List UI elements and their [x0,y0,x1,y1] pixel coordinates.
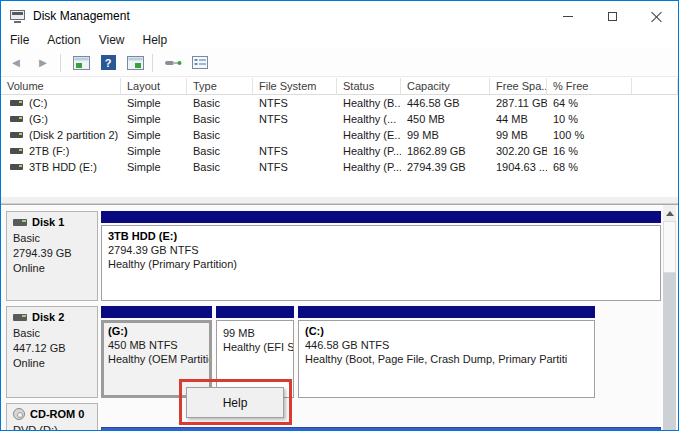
volume-table-header: Volume Layout Type File System Status Ca… [1,78,678,95]
minimize-icon [563,16,573,17]
volume-drive-icon [10,116,23,122]
toolbar-separator [152,54,153,72]
toolbar: ◄ ► ? [1,49,678,77]
volume-drive-icon [10,164,23,170]
disk-icon [13,219,27,226]
partition-color-band [101,211,661,223]
context-menu: Help [186,387,284,418]
column-header-file-system[interactable]: File System [253,78,337,94]
properties-icon [192,56,208,69]
disk-management-window: Disk Management File Action View Help ◄ … [0,0,679,431]
partition-g[interactable]: (G:) 450 MB NTFS Healthy (OEM Partition [101,306,212,398]
column-header-empty [632,78,678,94]
help-icon: ? [101,55,116,70]
graphical-view-pane: Disk 1 Basic 2794.39 GB Online 3TB HDD (… [1,205,678,431]
disk-icon [13,314,27,321]
cdrom0-header[interactable]: CD-ROM 0 DVD (D:) [6,403,98,431]
volume-list-pane: Volume Layout Type File System Status Ca… [1,78,678,196]
tools-button[interactable] [161,52,185,74]
disk2-header[interactable]: Disk 2 Basic 447.12 GB Online [6,306,98,398]
volume-row-g[interactable]: (G:) Simple Basic NTFS Healthy (... 450 … [1,111,678,127]
disk-management-app-icon [10,10,26,23]
pane-splitter[interactable] [1,196,678,205]
partition-color-band [298,306,595,318]
action-pane-icon [127,56,144,70]
menu-view[interactable]: View [90,33,134,47]
scrollbar-up-button[interactable] [663,205,676,221]
partition-efi[interactable]: 99 MB Healthy (EFI Syst [216,306,294,398]
cd-icon [13,408,25,420]
volume-drive-icon [10,132,23,138]
console-tree-button[interactable] [69,52,93,74]
volume-drive-icon [10,148,23,154]
disk2-type: Basic [13,327,91,339]
maximize-button[interactable] [590,1,634,31]
forward-arrow-icon: ► [37,56,50,69]
context-menu-item-help[interactable]: Help [223,396,248,410]
back-arrow-icon: ◄ [10,56,23,69]
title-bar: Disk Management [1,1,678,31]
window-title: Disk Management [33,9,130,23]
vertical-scrollbar[interactable] [663,205,676,431]
menu-bar: File Action View Help [1,31,678,49]
column-header-percent-free[interactable]: % Free [547,78,632,94]
column-header-type[interactable]: Type [187,78,253,94]
forward-button[interactable]: ► [31,52,55,74]
screwdriver-icon [164,57,182,69]
column-header-capacity[interactable]: Capacity [401,78,490,94]
dvd-media-bar[interactable] [101,427,661,431]
column-header-layout[interactable]: Layout [121,78,187,94]
volume-row-disk2-partition2[interactable]: (Disk 2 partition 2) Simple Basic Health… [1,127,678,143]
disk1-size: 2794.39 GB [13,247,91,259]
menu-action[interactable]: Action [38,33,89,47]
disk1-status: Online [13,262,91,274]
minimize-button[interactable] [546,1,590,31]
properties-button[interactable] [188,52,212,74]
toolbar-separator [60,54,61,72]
console-tree-icon [73,56,90,70]
help-button[interactable]: ? [96,52,120,74]
disk2-status: Online [13,357,91,369]
partition-3tb-hdd-e[interactable]: 3TB HDD (E:) 2794.39 GB NTFS Healthy (Pr… [101,211,661,301]
disk2-size: 447.12 GB [13,342,91,354]
window-controls [546,1,678,31]
scrollbar-thumb[interactable] [663,221,676,273]
volume-row-2tb-f[interactable]: 2TB (F:) Simple Basic NTFS Healthy (P...… [1,143,678,159]
maximize-icon [608,12,617,21]
disk1-header[interactable]: Disk 1 Basic 2794.39 GB Online [6,211,98,301]
column-header-status[interactable]: Status [337,78,401,94]
action-pane-button[interactable] [123,52,147,74]
volume-row-c[interactable]: (C:) Simple Basic NTFS Healthy (B... 446… [1,95,678,111]
cdrom0-drive: DVD (D:) [13,424,91,431]
column-header-volume[interactable]: Volume [1,78,121,94]
close-icon [651,11,662,22]
menu-help[interactable]: Help [134,33,177,47]
partition-color-band [216,306,294,318]
disk1-type: Basic [13,232,91,244]
back-button[interactable]: ◄ [4,52,28,74]
menu-file[interactable]: File [1,33,38,47]
volume-row-3tb-hdd-e[interactable]: 3TB HDD (E:) Simple Basic NTFS Healthy (… [1,159,678,175]
partition-color-band [101,306,212,318]
volume-drive-icon [10,100,23,106]
close-button[interactable] [634,1,678,31]
chevron-up-icon [666,211,674,216]
column-header-free-space[interactable]: Free Spa... [490,78,547,94]
partition-c[interactable]: (C:) 446.58 GB NTFS Healthy (Boot, Page … [298,306,595,398]
